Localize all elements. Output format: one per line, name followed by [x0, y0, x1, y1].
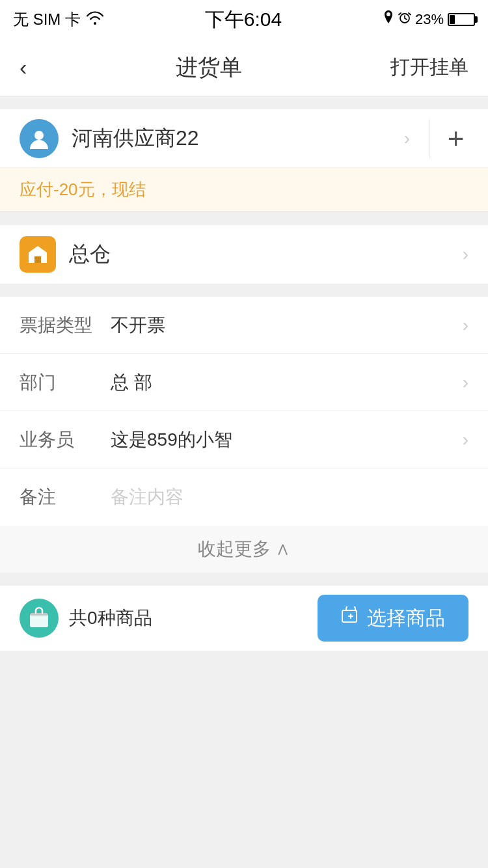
status-time: 下午6:04 — [205, 7, 282, 33]
invoice-arrow-icon: › — [463, 315, 468, 336]
warehouse-row[interactable]: 总仓 › — [0, 225, 488, 284]
open-pending-button[interactable]: 打开挂单 — [390, 54, 468, 81]
status-right: 23% — [383, 10, 475, 29]
section-gap-3 — [0, 284, 488, 297]
warehouse-arrow-icon: › — [463, 244, 468, 265]
warehouse-name: 总仓 — [69, 240, 463, 269]
battery-icon — [448, 13, 475, 26]
notice-bar: 应付-20元，现结 — [0, 168, 488, 212]
product-count: 共0种商品 — [69, 606, 318, 631]
staff-row[interactable]: 业务员 这是859的小智 › — [0, 411, 488, 468]
notice-text: 应付-20元，现结 — [20, 180, 146, 199]
dept-value: 总 部 — [104, 370, 463, 395]
battery-percent: 23% — [415, 11, 444, 28]
location-icon — [383, 10, 394, 29]
select-btn-icon — [341, 606, 360, 631]
dept-arrow-icon: › — [463, 372, 468, 393]
svg-rect-3 — [34, 256, 41, 263]
invoice-label: 票据类型 — [20, 313, 104, 338]
status-left: 无 SIM 卡 — [13, 9, 104, 30]
staff-value: 这是859的小智 — [104, 427, 463, 452]
select-product-button[interactable]: 选择商品 — [318, 595, 468, 642]
page-title: 进货单 — [176, 53, 242, 83]
staff-arrow-icon: › — [463, 429, 468, 450]
supplier-avatar — [20, 119, 59, 158]
back-button[interactable]: ‹ — [20, 55, 27, 80]
dept-label: 部门 — [20, 370, 104, 395]
product-icon — [20, 599, 59, 638]
dept-row[interactable]: 部门 总 部 › — [0, 354, 488, 411]
warehouse-section: 总仓 › — [0, 225, 488, 284]
supplier-name: 河南供应商22 — [72, 124, 404, 153]
carrier-text: 无 SIM 卡 — [13, 9, 81, 30]
collapse-button[interactable]: 收起更多 ∧ — [0, 526, 488, 573]
section-gap-1 — [0, 96, 488, 109]
svg-point-1 — [34, 131, 44, 140]
remark-row[interactable]: 备注 备注内容 — [0, 468, 488, 526]
nav-bar: ‹ 进货单 打开挂单 — [0, 39, 488, 96]
alarm-icon — [398, 11, 411, 28]
invoice-row[interactable]: 票据类型 不开票 › — [0, 297, 488, 354]
warehouse-icon — [20, 236, 56, 273]
staff-label: 业务员 — [20, 427, 104, 452]
invoice-value: 不开票 — [104, 313, 463, 338]
supplier-row[interactable]: 河南供应商22 › + — [0, 109, 488, 168]
remark-label: 备注 — [20, 485, 104, 509]
wifi-icon — [86, 10, 104, 29]
remark-input[interactable]: 备注内容 — [104, 485, 468, 509]
add-supplier-button[interactable]: + — [429, 119, 468, 158]
select-btn-label: 选择商品 — [367, 605, 445, 632]
collapse-label: 收起更多 ∧ — [198, 537, 291, 562]
page-footer — [0, 651, 488, 846]
bottom-bar: 共0种商品 选择商品 — [0, 586, 488, 651]
form-section: 票据类型 不开票 › 部门 总 部 › 业务员 这是859的小智 › 备注 备注… — [0, 297, 488, 526]
status-bar: 无 SIM 卡 下午6:04 23% — [0, 0, 488, 39]
section-gap-2 — [0, 212, 488, 225]
supplier-arrow-icon: › — [404, 128, 410, 149]
supplier-section: 河南供应商22 › + 应付-20元，现结 — [0, 109, 488, 212]
